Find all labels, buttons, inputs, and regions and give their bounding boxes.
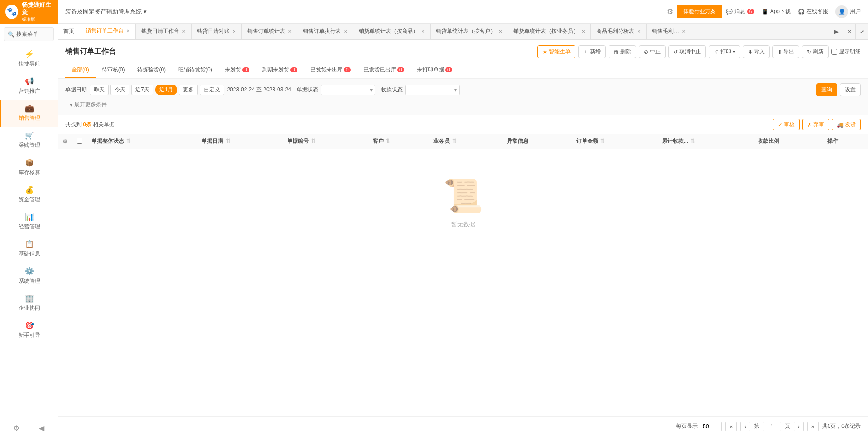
sidebar-item-sales[interactable]: 💼 销售管理 bbox=[0, 100, 58, 127]
payment-select[interactable] bbox=[405, 85, 460, 95]
col-status[interactable]: 单据整体状态 ⇅ bbox=[87, 134, 197, 149]
tab-gross-profit[interactable]: 商品毛利分析表 ✕ bbox=[591, 24, 647, 40]
sidebar-item-guide[interactable]: 🎯 新手引导 bbox=[0, 317, 58, 344]
plus-icon: ＋ bbox=[583, 48, 589, 56]
show-detail-checkbox[interactable] bbox=[831, 49, 837, 55]
date-custom-button[interactable]: 自定义 bbox=[200, 85, 224, 95]
page-last-button[interactable]: » bbox=[807, 422, 819, 431]
col-settings[interactable]: ⚙ bbox=[58, 134, 72, 149]
col-date[interactable]: 单据日期 ⇅ bbox=[197, 134, 283, 149]
tab-close-cash-daily[interactable]: ✕ bbox=[182, 29, 186, 34]
status-select[interactable] bbox=[321, 85, 375, 95]
tab-close-sales-stat-product[interactable]: ✕ bbox=[421, 29, 425, 34]
sidebar-item-finance[interactable]: 💰 资金管理 bbox=[0, 181, 58, 208]
tab-close-sales-stat[interactable]: ✕ bbox=[288, 29, 292, 34]
tab-cash-daily[interactable]: 钱货日清工作台 ✕ bbox=[136, 24, 192, 40]
tab-close-sales-stat-staff[interactable]: ✕ bbox=[581, 29, 585, 34]
col-amount[interactable]: 订单金额 ⇅ bbox=[572, 134, 657, 149]
page-number-input[interactable] bbox=[763, 422, 781, 431]
tab-home[interactable]: 首页 bbox=[58, 24, 80, 40]
tab-sales-stat-product[interactable]: 销货单统计表（按商品） ✕ bbox=[353, 24, 431, 40]
tab-close-all-button[interactable]: ✕ bbox=[843, 24, 855, 40]
page-prev-button[interactable]: ‹ bbox=[740, 422, 750, 431]
app-download-button[interactable]: 📱 App下载 bbox=[762, 8, 791, 15]
settings-gear-icon[interactable]: ⚙ bbox=[13, 424, 19, 432]
cancel-review-batch-button[interactable]: ✗ 弃审 bbox=[802, 119, 829, 130]
import-button[interactable]: ⬇ 导入 bbox=[743, 45, 770, 58]
tab-close-sales-workbench[interactable]: ✕ bbox=[126, 28, 130, 33]
topbar-settings-icon[interactable]: ⚙ bbox=[667, 7, 673, 16]
export-button[interactable]: ⬆ 导出 bbox=[772, 45, 799, 58]
collapse-sidebar-icon[interactable]: ◀ bbox=[39, 424, 44, 432]
sidebar-item-system[interactable]: ⚙️ 系统管理 bbox=[0, 262, 58, 289]
filter-tab-not-printed[interactable]: 未打印单据0 bbox=[411, 62, 459, 78]
ship-batch-button[interactable]: 🚚 发货 bbox=[832, 119, 861, 130]
page-next-button[interactable]: › bbox=[794, 422, 804, 431]
sidebar-item-purchase[interactable]: 🛒 采购管理 bbox=[0, 127, 58, 154]
filter-tab-wangpu-pending[interactable]: 旺铺待发货(0) bbox=[172, 62, 219, 78]
tab-sales-workbench[interactable]: 销售订单工作台 ✕ bbox=[80, 24, 136, 40]
search-menu-button[interactable]: 🔍 搜索菜单 bbox=[4, 27, 54, 41]
filter-payment-item: 收款状态 bbox=[381, 85, 460, 95]
sidebar-item-operations[interactable]: 📊 经营管理 bbox=[0, 208, 58, 235]
expand-more-button[interactable]: ▾ 展开更多条件 bbox=[65, 99, 861, 110]
main-content: 装备及固定资产辅助管理系统 ▾ ⚙ 体验行业方案 💬 消息 6 📱 App下载 … bbox=[58, 0, 868, 436]
system-title[interactable]: 装备及固定资产辅助管理系统 ▾ bbox=[65, 8, 663, 16]
tab-sales-exec[interactable]: 销售订单执行表 ✕ bbox=[297, 24, 353, 40]
date-today-button[interactable]: 今天 bbox=[110, 85, 129, 95]
tab-close-cash-reconcile[interactable]: ✕ bbox=[232, 29, 236, 34]
tab-sales-stat-customer[interactable]: 销货单统计表（按客户） ✕ bbox=[431, 24, 508, 40]
sidebar-item-quick-nav[interactable]: ⚡ 快捷导航 bbox=[0, 45, 58, 72]
result-bar: 共找到 0条 相关单据 ✓ 审核 ✗ 弃审 🚚 发货 bbox=[58, 115, 868, 134]
col-number[interactable]: 单据编号 ⇅ bbox=[283, 134, 368, 149]
tab-cash-reconcile[interactable]: 钱货日清对账 ✕ bbox=[192, 24, 242, 40]
query-button[interactable]: 查询 bbox=[816, 83, 837, 96]
user-menu[interactable]: 👤 用户 bbox=[835, 5, 861, 18]
filter-settings-button[interactable]: 设置 bbox=[840, 83, 861, 96]
date-more-button[interactable]: 更多 bbox=[179, 85, 198, 95]
page-first-button[interactable]: « bbox=[725, 422, 737, 431]
refresh-button[interactable]: ↻ 刷新 bbox=[802, 45, 829, 58]
filter-tab-all[interactable]: 全部(0) bbox=[65, 62, 96, 78]
smart-create-button[interactable]: ★ 智能生单 bbox=[537, 45, 575, 58]
tab-close-gross-profit[interactable]: ✕ bbox=[637, 29, 641, 34]
add-button[interactable]: ＋ 新增 bbox=[578, 45, 606, 58]
filter-tab-not-shipped[interactable]: 未发货0 bbox=[219, 62, 256, 78]
tab-maximize-button[interactable]: ⤢ bbox=[855, 24, 868, 40]
tab-sales-stat[interactable]: 销售订单统计表 ✕ bbox=[242, 24, 297, 40]
message-button[interactable]: 💬 消息 6 bbox=[726, 8, 754, 15]
inventory-icon: 📦 bbox=[25, 158, 34, 167]
col-staff[interactable]: 业务员 ⇅ bbox=[429, 134, 502, 149]
col-collected[interactable]: 累计收款... ⇅ bbox=[657, 134, 753, 149]
filter-tab-pending-review[interactable]: 待审核(0) bbox=[96, 62, 131, 78]
delete-button[interactable]: 🗑 删除 bbox=[609, 45, 636, 58]
sidebar-item-enterprise[interactable]: 🏢 企业协同 bbox=[0, 289, 58, 317]
select-all-checkbox[interactable] bbox=[77, 138, 82, 144]
ship-icon: 🚚 bbox=[837, 122, 844, 128]
sidebar-item-marketing[interactable]: 📢 营销推广 bbox=[0, 72, 58, 100]
filter-tab-shipped-out[interactable]: 已发货已出库0 bbox=[357, 62, 411, 78]
sidebar-item-inventory[interactable]: 📦 库存核算 bbox=[0, 154, 58, 181]
filter-tab-expired-not-shipped[interactable]: 到期未发货0 bbox=[256, 62, 304, 78]
review-batch-button[interactable]: ✓ 审核 bbox=[773, 119, 800, 130]
online-service-button[interactable]: 🎧 在线客服 bbox=[798, 8, 828, 15]
tab-close-sales-stat-customer[interactable]: ✕ bbox=[499, 29, 502, 34]
per-page-select[interactable]: 50 10 20 100 bbox=[700, 422, 722, 431]
sidebar-item-basic-info[interactable]: 📋 基础信息 bbox=[0, 235, 58, 262]
tab-sales-profit[interactable]: 销售毛利… ✕ bbox=[647, 24, 691, 40]
show-detail-label[interactable]: 显示明细 bbox=[831, 48, 861, 56]
filter-tab-shipped-not-out[interactable]: 已发货未出库0 bbox=[304, 62, 357, 78]
date-1month-button[interactable]: 近1月 bbox=[155, 85, 177, 95]
date-yesterday-button[interactable]: 昨天 bbox=[90, 85, 109, 95]
tab-scroll-right-button[interactable]: ▶ bbox=[830, 24, 843, 40]
date-7days-button[interactable]: 近7天 bbox=[131, 85, 153, 95]
tab-sales-stat-staff[interactable]: 销货单统计表（按业务员） ✕ bbox=[508, 24, 591, 40]
stop-button[interactable]: ⊘ 中止 bbox=[639, 45, 666, 58]
cancel-stop-button[interactable]: ↺ 取消中止 bbox=[668, 45, 706, 58]
print-button[interactable]: 🖨 打印 ▾ bbox=[709, 45, 740, 58]
tab-close-sales-profit[interactable]: ✕ bbox=[682, 29, 686, 34]
col-customer[interactable]: 客户 ⇅ bbox=[368, 134, 429, 149]
tab-close-sales-exec[interactable]: ✕ bbox=[344, 29, 347, 34]
filter-tab-pending-inspect[interactable]: 待拣验货(0) bbox=[131, 62, 172, 78]
industry-solution-button[interactable]: 体验行业方案 bbox=[677, 5, 722, 18]
